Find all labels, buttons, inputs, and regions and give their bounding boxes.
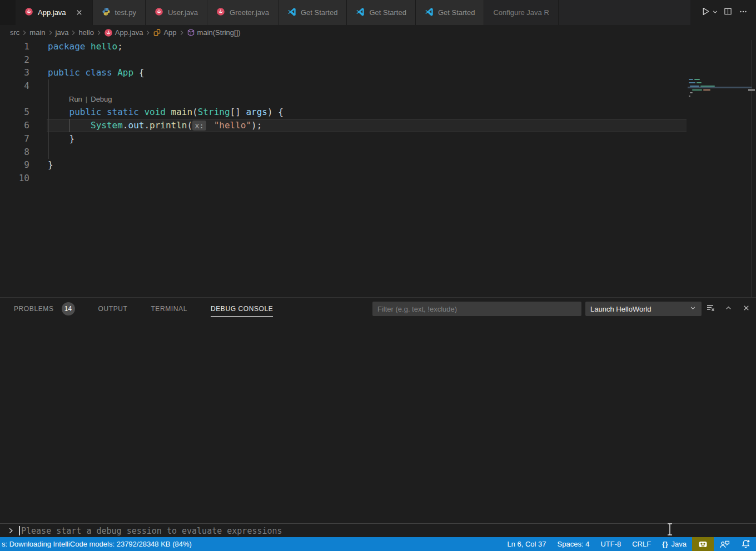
- run-dropdown-button[interactable]: [710, 6, 719, 20]
- tabs-container: App.javatest.pyUser.javaGreeter.javaGet …: [16, 0, 559, 25]
- breadcrumb-item-src[interactable]: src: [10, 28, 19, 37]
- maximize-panel-button[interactable]: [722, 302, 735, 315]
- braces-icon: {}: [662, 540, 668, 548]
- status-item-indentation[interactable]: Spaces: 4: [552, 537, 595, 551]
- tab-configure-java-r-7[interactable]: Configure Java R: [484, 0, 558, 25]
- line-number[interactable]: 7: [0, 132, 29, 146]
- more-actions-button[interactable]: [736, 6, 750, 20]
- java-file-icon: [24, 7, 33, 18]
- status-item-label: Spaces: 4: [558, 540, 590, 548]
- line-number[interactable]: 2: [0, 53, 29, 67]
- breadcrumb-item-main[interactable]: main: [29, 28, 45, 37]
- line-number[interactable]: 8: [0, 146, 29, 159]
- tab-app-java-0[interactable]: App.java: [16, 0, 93, 25]
- line-number[interactable]: 4: [0, 79, 29, 93]
- line-number[interactable]: 6: [0, 119, 29, 132]
- close-panel-button[interactable]: [739, 302, 753, 315]
- status-bar: s: Downloading IntelliCode models: 23792…: [0, 537, 756, 551]
- tab-get-started-6[interactable]: Get Started: [416, 0, 484, 25]
- java-file-icon: [216, 7, 225, 18]
- breadcrumb-item-app[interactable]: App: [153, 28, 176, 37]
- class-symbol-icon: [153, 28, 161, 37]
- tab-label: Greeter.java: [230, 8, 269, 17]
- tab-test-py-1[interactable]: test.py: [93, 0, 146, 25]
- java-file-icon: [155, 7, 163, 18]
- panel-tab-output[interactable]: OUTPUT: [98, 298, 128, 320]
- tab-get-started-5[interactable]: Get Started: [347, 0, 415, 25]
- vscode-icon: [425, 7, 434, 18]
- debug-configuration-select[interactable]: Launch HelloWorld: [585, 302, 702, 316]
- close-tab-icon[interactable]: [75, 8, 83, 17]
- breadcrumb-item-hello[interactable]: hello: [78, 28, 93, 37]
- status-item-cursor-position[interactable]: Ln 6, Col 37: [501, 537, 551, 551]
- debug-console-output[interactable]: [0, 320, 756, 523]
- breadcrumb-item-main-string[interactable]: main(String[]): [187, 28, 241, 37]
- status-item-encoding[interactable]: UTF-8: [595, 537, 626, 551]
- code-content: package hello;: [48, 40, 123, 53]
- panel-tab-debug-console[interactable]: DEBUG CONSOLE: [211, 298, 273, 320]
- split-editor-icon: [724, 7, 732, 18]
- breadcrumb: srcmainjavahelloApp.javaAppmain(String[]…: [0, 25, 756, 40]
- tab-label: Get Started: [369, 8, 406, 17]
- breadcrumb-label: App: [163, 28, 176, 37]
- status-item-notifications[interactable]: [735, 537, 756, 551]
- tab-greeter-java-3[interactable]: Greeter.java: [207, 0, 278, 25]
- code-line-7[interactable]: 7 }: [0, 132, 756, 146]
- codelens-run-link[interactable]: Run: [69, 95, 82, 103]
- code-line-5[interactable]: 5 public static void main(String[] args)…: [0, 106, 756, 119]
- chevron-down-icon: [689, 304, 697, 313]
- status-item-intellicode[interactable]: [692, 537, 714, 551]
- chevron-right-icon: [95, 29, 103, 37]
- code-line-3[interactable]: 3public class App {: [0, 66, 756, 79]
- breadcrumb-item-app-java[interactable]: App.java: [104, 28, 143, 37]
- ellipsis-icon: [739, 7, 748, 18]
- code-line-2[interactable]: 2: [0, 53, 756, 67]
- bottom-panel: PROBLEMS14OUTPUTTERMINALDEBUG CONSOLE La…: [0, 297, 756, 537]
- code-line-1[interactable]: 1package hello;: [0, 40, 756, 53]
- code-line-6[interactable]: 6 System.out.println(x: "hello");: [0, 119, 756, 132]
- code-line-8[interactable]: 8: [0, 146, 756, 159]
- python-icon: [102, 7, 111, 18]
- codelens-debug-link[interactable]: Debug: [91, 95, 112, 103]
- code-content: }: [48, 158, 53, 172]
- clear-console-button[interactable]: [704, 302, 717, 315]
- split-editor-button[interactable]: [720, 6, 735, 20]
- breadcrumb-label: App.java: [115, 28, 143, 37]
- debug-console-input[interactable]: Please start a debug session to evaluate…: [0, 523, 756, 538]
- code-line-4[interactable]: 4: [0, 79, 756, 93]
- play-icon: [701, 7, 710, 18]
- tab-label: test.py: [115, 8, 136, 17]
- panel-tab-problems[interactable]: PROBLEMS14: [14, 298, 75, 320]
- tab-get-started-4[interactable]: Get Started: [278, 0, 347, 25]
- editor-scrollbar[interactable]: [752, 40, 752, 297]
- minimap[interactable]: [688, 78, 752, 111]
- status-item-feedback[interactable]: [714, 537, 735, 551]
- line-number[interactable]: 5: [0, 106, 29, 119]
- panel-tab-label: DEBUG CONSOLE: [211, 305, 273, 313]
- filter-input[interactable]: [372, 302, 581, 316]
- console-placeholder-message: Please start a debug session to evaluate…: [21, 526, 282, 536]
- line-number[interactable]: 10: [0, 172, 29, 185]
- code-editor[interactable]: 1package hello;23public class App {4Run|…: [0, 40, 756, 297]
- inlay-hint: x:: [192, 121, 206, 131]
- problems-count-badge: 14: [62, 302, 75, 315]
- minimap-current-line: [688, 87, 752, 88]
- chevron-down-icon: [712, 8, 719, 18]
- code-line-9[interactable]: 9}: [0, 158, 756, 172]
- intellicode-download-status[interactable]: s: Downloading IntelliCode models: 23792…: [0, 537, 192, 551]
- codelens-separator: |: [86, 95, 87, 103]
- status-item-language-mode[interactable]: {}Java: [656, 537, 692, 551]
- line-number[interactable]: 3: [0, 66, 29, 79]
- line-number[interactable]: 9: [0, 158, 29, 172]
- status-item-end-of-line[interactable]: CRLF: [626, 537, 656, 551]
- code-content: public static void main(String[] args) {: [48, 106, 284, 119]
- code-line-10[interactable]: 10: [0, 172, 756, 185]
- breadcrumb-label: java: [56, 28, 69, 37]
- line-number[interactable]: 1: [0, 40, 29, 53]
- panel-tab-terminal[interactable]: TERMINAL: [151, 298, 187, 320]
- breadcrumb-item-java[interactable]: java: [56, 28, 69, 37]
- code-content: System.out.println(x: "hello");: [48, 119, 262, 132]
- panel-tabs: PROBLEMS14OUTPUTTERMINALDEBUG CONSOLE: [14, 298, 273, 320]
- panel-tab-label: OUTPUT: [98, 305, 128, 313]
- tab-user-java-2[interactable]: User.java: [146, 0, 207, 25]
